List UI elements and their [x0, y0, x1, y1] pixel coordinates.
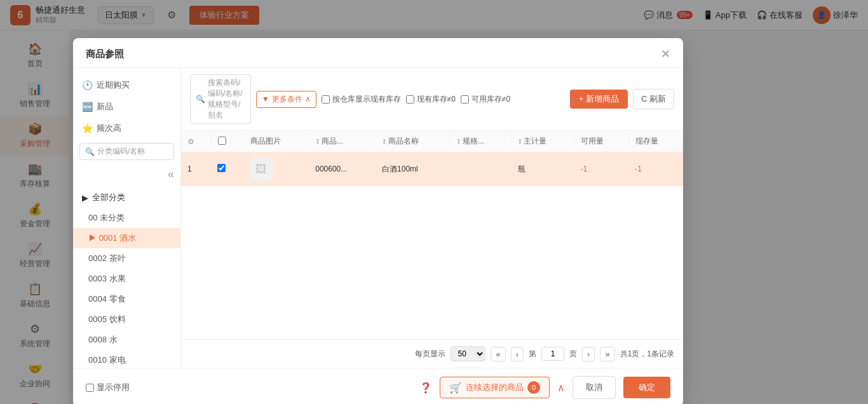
modal-main: 🔍 搜索条码/编码/名称/规格型号/别名 ▼ 更多条件 ∧ 按仓库显示现有库存: [181, 68, 683, 368]
col-settings[interactable]: ⚙: [181, 131, 211, 152]
up-icon[interactable]: ∧: [557, 382, 565, 394]
checkbox-existing[interactable]: 现有库存≠0: [406, 94, 456, 105]
row-index: 1: [181, 152, 211, 186]
cart-button[interactable]: 🛒 连续选择的商品 0: [440, 377, 550, 398]
category-search-placeholder: 分类编码/名称: [97, 146, 145, 157]
checkbox-warehouse-input[interactable]: [322, 95, 330, 104]
col-name[interactable]: ↕ 商品名称: [376, 131, 450, 152]
show-disabled-checkbox[interactable]: 显示停用: [86, 382, 130, 393]
col-code[interactable]: ↕ 商品...: [309, 131, 376, 152]
add-product-button[interactable]: + 新增商品: [570, 90, 628, 109]
category-section: ▶ 全部分类 00 未分类 ▶ 0001 酒水 0002 茶叶 0003 水果: [73, 185, 180, 368]
checkbox-existing-input[interactable]: [406, 95, 414, 104]
confirm-button[interactable]: 确定: [623, 377, 670, 398]
modal-sidebar-frequent[interactable]: ⭐ 频次高: [73, 118, 180, 139]
search-box-icon: 🔍: [196, 95, 205, 104]
category-search[interactable]: 🔍 分类编码/名称: [79, 143, 174, 160]
all-categories-header[interactable]: ▶ 全部分类: [73, 187, 180, 208]
checkbox-available-input[interactable]: [461, 95, 469, 104]
page-input[interactable]: [541, 347, 564, 361]
cart-icon: 🛒: [449, 382, 462, 394]
page-label: 第: [529, 349, 536, 360]
checkbox-existing-label: 现有库存≠0: [417, 94, 456, 105]
first-page-button[interactable]: «: [491, 347, 505, 361]
checkbox-available[interactable]: 可用库存≠0: [461, 94, 510, 105]
table-settings-icon[interactable]: ⚙: [187, 137, 194, 146]
row-checkbox-cell[interactable]: [211, 152, 243, 186]
modal-sidebar-recent[interactable]: 🕐 近期购买: [73, 74, 180, 96]
page-size-select[interactable]: 50 100: [451, 346, 485, 361]
refresh-button[interactable]: C 刷新: [633, 89, 674, 109]
sidebar-collapse-button[interactable]: «: [73, 164, 180, 185]
modal-sidebar-new[interactable]: 🆕 新品: [73, 96, 180, 118]
modal-close-button[interactable]: ✕: [661, 47, 670, 61]
search-placeholder: 搜索条码/编码/名称/规格型号/别名: [208, 77, 245, 121]
product-table: ⚙ 商品图片 ↕ 商品... ↕ 商品名称 ↕ 规格... ↕ 主计量 可用量 …: [181, 131, 683, 186]
col-spec[interactable]: ↕ 规格...: [450, 131, 511, 152]
show-disabled-label: 显示停用: [97, 382, 130, 393]
prev-page-button[interactable]: ‹: [511, 347, 524, 361]
row-available: -1: [574, 152, 628, 186]
col-checkbox[interactable]: [211, 131, 243, 152]
col-image: 商品图片: [243, 131, 309, 152]
product-thumbnail: 🖼: [250, 158, 273, 180]
cart-count: 0: [527, 381, 540, 394]
category-item-0001[interactable]: ▶ 0001 酒水: [73, 228, 180, 248]
category-label-0001: 0001 酒水: [99, 233, 137, 243]
product-search-box[interactable]: 🔍 搜索条码/编码/名称/规格型号/别名: [190, 74, 251, 124]
active-triangle-icon: ▶: [88, 233, 97, 243]
category-item-0002[interactable]: 0002 茶叶: [73, 248, 180, 269]
triangle-icon: ▶: [82, 193, 88, 203]
new-icon: 🆕: [82, 102, 93, 112]
next-page-button[interactable]: ›: [582, 347, 595, 361]
checkbox-warehouse-label: 按仓库显示现有库存: [332, 94, 401, 105]
row-name: 白酒100ml: [376, 152, 450, 186]
col-stock: 现存量: [628, 131, 682, 152]
category-item-0010[interactable]: 0010 家电: [73, 350, 180, 368]
filter-button[interactable]: ▼ 更多条件 ∧: [256, 91, 316, 108]
search-icon: 🔍: [85, 147, 95, 156]
frequent-icon: ⭐: [82, 123, 93, 133]
row-unit: 瓶: [512, 152, 574, 186]
select-all-checkbox[interactable]: [218, 137, 226, 145]
table-row[interactable]: 1 🖼 000600... 白酒100ml 瓶 -1 -1: [181, 152, 683, 186]
cancel-button[interactable]: 取消: [573, 376, 616, 399]
modal-sidebar: 🕐 近期购买 🆕 新品 ⭐ 频次高 🔍 分类编码/名称 «: [73, 68, 181, 368]
pagination: 每页显示 50 100 « ‹ 第 页 › » 共1页，1条记录: [181, 339, 683, 368]
row-image-cell: 🖼: [243, 152, 309, 186]
category-item-00[interactable]: 00 未分类: [73, 208, 180, 228]
last-page-button[interactable]: »: [600, 347, 614, 361]
filter-chevron: ∧: [305, 95, 311, 104]
category-label-0008: 0008 水: [88, 335, 118, 344]
modal-product-reference: 商品参照 ✕ 🕐 近期购买 🆕 新品 ⭐ 频次高 🔍: [73, 38, 683, 404]
category-item-0008[interactable]: 0008 水: [73, 330, 180, 350]
modal-toolbar: 🔍 搜索条码/编码/名称/规格型号/别名 ▼ 更多条件 ∧ 按仓库显示现有库存: [181, 68, 683, 131]
filter-icon: ▼: [262, 95, 269, 104]
category-label-0005: 0005 饮料: [88, 314, 126, 324]
category-item-0004[interactable]: 0004 零食: [73, 289, 180, 309]
category-item-0005[interactable]: 0005 饮料: [73, 309, 180, 330]
product-table-wrap: ⚙ 商品图片 ↕ 商品... ↕ 商品名称 ↕ 规格... ↕ 主计量 可用量 …: [181, 131, 683, 339]
show-disabled-input[interactable]: [86, 384, 94, 392]
question-icon[interactable]: ❓: [419, 382, 432, 394]
category-label-0010: 0010 家电: [88, 355, 126, 365]
modal-footer: 显示停用 ❓ 🛒 连续选择的商品 0 ∧ 取消 确定: [73, 368, 683, 404]
filter-label: 更多条件: [272, 94, 302, 105]
category-label-00: 00 未分类: [88, 213, 125, 222]
all-categories-label: 全部分类: [92, 192, 125, 203]
row-spec: [450, 152, 511, 186]
new-label: 新品: [97, 101, 113, 112]
modal-body: 🕐 近期购买 🆕 新品 ⭐ 频次高 🔍 分类编码/名称 «: [73, 68, 683, 368]
page-unit: 页: [569, 349, 577, 360]
category-label-0004: 0004 零食: [88, 294, 126, 304]
col-available: 可用量: [574, 131, 628, 152]
category-item-0003[interactable]: 0003 水果: [73, 269, 180, 289]
recent-label: 近期购买: [97, 79, 130, 91]
col-unit[interactable]: ↕ 主计量: [512, 131, 574, 152]
row-checkbox[interactable]: [217, 164, 226, 172]
total-text: 共1页，1条记录: [620, 349, 674, 360]
row-code: 000600...: [309, 152, 376, 186]
checkbox-warehouse[interactable]: 按仓库显示现有库存: [322, 94, 401, 105]
cart-label: 连续选择的商品: [466, 382, 524, 393]
modal-overlay: 商品参照 ✕ 🕐 近期购买 🆕 新品 ⭐ 频次高 🔍: [0, 0, 868, 404]
